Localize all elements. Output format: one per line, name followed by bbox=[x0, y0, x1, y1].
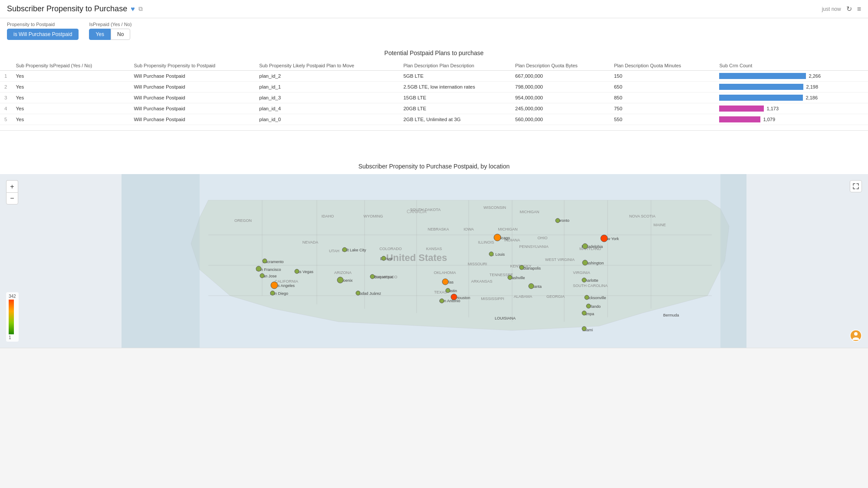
legend-min: 1 bbox=[9, 335, 16, 340]
propensity-filter: Propensity to Postpaid is Will Purchase … bbox=[7, 22, 79, 40]
svg-point-86 bbox=[271, 282, 278, 289]
col-crm-count: Sub Crm Count bbox=[715, 61, 868, 71]
svg-text:NEVADA: NEVADA bbox=[302, 240, 318, 244]
svg-point-104 bbox=[442, 279, 448, 285]
svg-text:LOUISIANA: LOUISIANA bbox=[495, 316, 516, 320]
svg-point-90 bbox=[337, 277, 343, 283]
cell-quota-bytes: 798,000,000 bbox=[511, 82, 610, 92]
row-num: 4 bbox=[0, 103, 11, 114]
propensity-label: Propensity to Postpaid bbox=[7, 22, 79, 27]
table-header-row: Sub Propensity IsPrepaid (Yes / No) Sub … bbox=[0, 61, 868, 71]
svg-point-88 bbox=[295, 269, 299, 274]
svg-text:NEBRASKA: NEBRASKA bbox=[427, 227, 449, 231]
propensity-value[interactable]: is Will Purchase Postpaid bbox=[7, 29, 79, 40]
title-area: Subscriber Propensity to Purchase ♥ ⧉ bbox=[7, 4, 143, 13]
crm-value: 2,198 bbox=[806, 84, 818, 89]
cell-quota-minutes: 550 bbox=[610, 114, 715, 125]
svg-point-107 bbox=[440, 299, 444, 303]
table-row: 3 Yes Will Purchase Postpaid plan_id_3 1… bbox=[0, 92, 868, 103]
person-icon[interactable] bbox=[850, 330, 862, 342]
cell-quota-minutes: 850 bbox=[610, 92, 715, 103]
svg-point-110 bbox=[582, 311, 586, 315]
zoom-out-button[interactable]: − bbox=[6, 192, 18, 204]
fullscreen-button[interactable] bbox=[850, 180, 862, 192]
crm-value: 1,173 bbox=[766, 106, 779, 111]
svg-text:MAINE: MAINE bbox=[654, 223, 666, 227]
svg-text:ILLINOIS: ILLINOIS bbox=[478, 240, 494, 244]
cell-description: 5GB LTE bbox=[399, 71, 511, 82]
zoom-in-button[interactable]: + bbox=[6, 180, 18, 192]
svg-point-105 bbox=[446, 288, 450, 293]
table-panel: Potential Postpaid Plans to purchase Sub… bbox=[0, 43, 868, 131]
svg-point-109 bbox=[586, 304, 591, 308]
spacer bbox=[0, 131, 868, 157]
heart-icon: ♥ bbox=[131, 5, 135, 13]
isprepaid-filter: IsPrepaid (Yes / No) Yes No bbox=[89, 22, 132, 40]
svg-rect-2 bbox=[720, 174, 746, 348]
map-title: Subscriber Propensity to Purchase Postpa… bbox=[0, 157, 868, 174]
svg-point-113 bbox=[854, 332, 858, 336]
svg-point-108 bbox=[585, 295, 589, 300]
crm-bar bbox=[719, 106, 764, 112]
top-right-controls: just now ↻ ≡ bbox=[822, 5, 861, 13]
cell-description: 15GB LTE bbox=[399, 92, 511, 103]
cell-crm-count: 1,079 bbox=[715, 114, 868, 125]
svg-point-111 bbox=[582, 326, 586, 331]
cell-quota-bytes: 667,000,000 bbox=[511, 71, 610, 82]
table-row: 1 Yes Will Purchase Postpaid plan_id_2 5… bbox=[0, 71, 868, 82]
svg-point-91 bbox=[381, 256, 386, 260]
map-svg: United States CANADA OREGON IDAHO WYOMIN… bbox=[0, 174, 868, 348]
svg-text:ARIZONA: ARIZONA bbox=[334, 270, 352, 275]
svg-point-89 bbox=[342, 247, 347, 252]
crm-value: 2,266 bbox=[809, 73, 821, 79]
menu-icon[interactable]: ≡ bbox=[857, 5, 861, 13]
crm-bar bbox=[719, 84, 803, 90]
svg-text:NOVA SCOTIA: NOVA SCOTIA bbox=[629, 214, 655, 218]
crm-bar bbox=[719, 116, 760, 122]
no-button[interactable]: No bbox=[111, 29, 130, 40]
copy-icon[interactable]: ⧉ bbox=[138, 5, 143, 13]
cell-crm-count: 2,266 bbox=[715, 71, 868, 82]
svg-text:Bermuda: Bermuda bbox=[663, 313, 679, 317]
svg-text:IDAHO: IDAHO bbox=[322, 214, 334, 218]
cell-plan: plan_id_1 bbox=[255, 82, 399, 92]
svg-text:TEXAS: TEXAS bbox=[434, 290, 447, 294]
page-title: Subscriber Propensity to Purchase bbox=[7, 4, 127, 13]
cell-crm-count: 1,173 bbox=[715, 103, 868, 114]
refresh-icon[interactable]: ↻ bbox=[846, 5, 852, 13]
cell-isprepaid: Yes bbox=[11, 103, 129, 114]
svg-text:WISCONSIN: WISCONSIN bbox=[483, 205, 506, 210]
cell-propensity: Will Purchase Postpaid bbox=[129, 114, 255, 125]
map-zoom-controls: + − bbox=[6, 180, 18, 204]
svg-text:United States: United States bbox=[386, 252, 447, 263]
svg-text:COLORADO: COLORADO bbox=[379, 247, 402, 251]
svg-text:OKLAHOMA: OKLAHOMA bbox=[434, 270, 456, 275]
svg-point-97 bbox=[508, 275, 512, 280]
svg-point-84 bbox=[256, 266, 261, 271]
svg-point-101 bbox=[582, 244, 588, 249]
svg-point-100 bbox=[582, 260, 588, 265]
svg-text:VIRGINIA: VIRGINIA bbox=[573, 270, 590, 275]
cell-isprepaid: Yes bbox=[11, 114, 129, 125]
top-bar: Subscriber Propensity to Purchase ♥ ⧉ ju… bbox=[0, 0, 868, 18]
yes-button[interactable]: Yes bbox=[89, 29, 111, 40]
svg-point-94 bbox=[494, 234, 501, 241]
svg-text:ARKANSAS: ARKANSAS bbox=[471, 279, 492, 284]
svg-text:WYOMING: WYOMING bbox=[364, 214, 383, 218]
svg-text:MICHIGAN: MICHIGAN bbox=[520, 210, 539, 214]
svg-text:GEORGIA: GEORGIA bbox=[546, 294, 565, 299]
cell-plan: plan_id_3 bbox=[255, 92, 399, 103]
map-panel: Subscriber Propensity to Purchase Postpa… bbox=[0, 157, 868, 348]
svg-text:MISSOURI: MISSOURI bbox=[468, 262, 487, 266]
svg-text:OHIO: OHIO bbox=[537, 236, 547, 240]
svg-text:ALABAMA: ALABAMA bbox=[514, 294, 533, 299]
svg-point-93 bbox=[356, 291, 360, 295]
cell-quota-bytes: 560,000,000 bbox=[511, 114, 610, 125]
cell-plan: plan_id_0 bbox=[255, 114, 399, 125]
table-row: 2 Yes Will Purchase Postpaid plan_id_1 2… bbox=[0, 82, 868, 92]
svg-text:SOUTH DAKOTA: SOUTH DAKOTA bbox=[410, 208, 441, 212]
col-isprepaid: Sub Propensity IsPrepaid (Yes / No) bbox=[11, 61, 129, 71]
table-row: 5 Yes Will Purchase Postpaid plan_id_0 2… bbox=[0, 114, 868, 125]
row-num: 3 bbox=[0, 92, 11, 103]
cell-isprepaid: Yes bbox=[11, 71, 129, 82]
